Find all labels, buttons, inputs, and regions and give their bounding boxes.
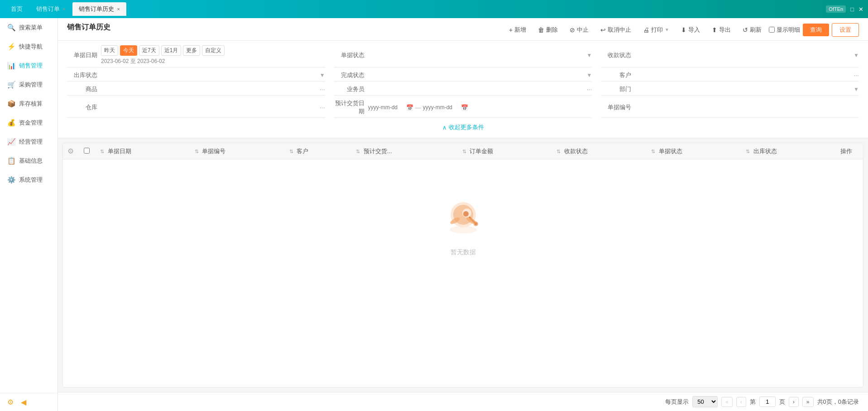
th-order-amount[interactable]: 订单金额 <box>458 143 552 160</box>
quick-nav-icon: ⚡ <box>7 43 15 51</box>
filter-row-2: 出库状态 ▼ 完成状态 ▼ 客户 <box>67 71 859 82</box>
sidebar-collapse-icon[interactable]: ◀ <box>21 398 26 406</box>
expected-date-to[interactable] <box>423 104 459 111</box>
tab-sales-order-history-close[interactable]: × <box>117 6 120 12</box>
main-layout: 🔍 搜索菜单 ⚡ 快捷导航 📊 销售管理 🛒 采购管理 📦 库存核算 💰 资金管… <box>0 18 868 411</box>
content-area: 销售订单历史 + 新增 🗑 删除 ⊘ 中止 <box>58 18 868 411</box>
display-detail-input[interactable] <box>769 27 775 33</box>
import-button[interactable]: ⬇ 导入 <box>676 24 705 36</box>
pagination-last[interactable]: » <box>802 397 814 407</box>
sidebar-item-search-menu[interactable]: 🔍 搜索菜单 <box>0 18 58 37</box>
sidebar-item-purchase-mgmt[interactable]: 🛒 采购管理 <box>0 75 58 94</box>
cancel-stop-label: 取消中止 <box>608 26 631 34</box>
business-mgmt-icon: 📈 <box>7 138 15 146</box>
th-bill-date[interactable]: 单据日期 <box>96 143 190 160</box>
tab-sales-order-history[interactable]: 销售订单历史 × <box>72 2 126 16</box>
refresh-button[interactable]: ↺ 刷新 <box>738 24 766 36</box>
th-bill-no-label: 单据编号 <box>202 148 225 155</box>
bill-number-input[interactable] <box>635 104 859 111</box>
expected-date-from[interactable] <box>368 104 404 111</box>
sidebar-item-quick-nav[interactable]: ⚡ 快捷导航 <box>0 37 58 56</box>
th-payment-status[interactable]: 收款状态 <box>552 143 647 160</box>
payment-status-label: 收款状态 <box>601 51 635 59</box>
query-button[interactable]: 查询 <box>803 24 829 36</box>
bill-number-label: 单据编号 <box>601 103 635 111</box>
salesperson-label: 业务员 <box>334 85 368 93</box>
topbar-close[interactable]: ✕ <box>858 6 863 13</box>
filter-payment-status: 收款状态 ▼ <box>601 45 859 68</box>
pagination-first[interactable]: « <box>721 397 733 407</box>
customer-more-icon[interactable]: ··· <box>854 72 859 79</box>
per-page-select[interactable]: 20 50 100 200 <box>692 396 718 407</box>
collapse-label: 收起更多条件 <box>449 123 484 131</box>
date-content: 昨天 今天 近7天 近1月 更多 自定义 2023-06-02 至 2023-0… <box>101 45 325 65</box>
collapse-row[interactable]: ∧ 收起更多条件 <box>67 121 859 133</box>
tab-sales-order-close[interactable]: × <box>62 6 65 12</box>
table-settings-gear-icon[interactable]: ⚙ <box>67 147 74 155</box>
complete-status-arrow-icon[interactable]: ▼ <box>586 72 592 78</box>
stop-button[interactable]: ⊘ 中止 <box>565 24 593 36</box>
bill-status-label: 单据状态 <box>334 51 368 59</box>
topbar-restore[interactable]: □ <box>850 6 854 13</box>
outbound-status-arrow-icon[interactable]: ▼ <box>320 72 325 78</box>
tab-home[interactable]: 首页 <box>5 2 29 16</box>
payment-status-content: ▼ <box>635 52 859 58</box>
date-custom[interactable]: 自定义 <box>202 45 225 56</box>
filter-outbound-status: 出库状态 ▼ <box>67 71 325 82</box>
expected-date-from-cal-icon[interactable]: 📅 <box>406 104 413 111</box>
table-area: ⚙ 单据日期 单据编号 客户 <box>62 143 863 387</box>
payment-status-arrow-icon[interactable]: ▼ <box>854 52 859 58</box>
date-today[interactable]: 今天 <box>120 45 137 56</box>
salesperson-more-icon[interactable]: ··· <box>587 86 592 93</box>
pagination-prev[interactable]: ‹ <box>736 397 746 407</box>
delete-button[interactable]: 🗑 删除 <box>533 24 562 36</box>
filter-row-1: 单据日期 昨天 今天 近7天 近1月 更多 自定义 2023-06-02 <box>67 45 859 68</box>
sidebar-item-basic-info[interactable]: 📋 基础信息 <box>0 151 58 170</box>
sidebar-item-inventory[interactable]: 📦 库存核算 <box>0 94 58 113</box>
warehouse-label: 仓库 <box>67 103 101 111</box>
date-range-display: 2023-06-02 至 2023-06-02 <box>101 58 325 65</box>
date-sep: — <box>415 104 421 111</box>
display-detail-checkbox[interactable]: 显示明细 <box>769 26 800 34</box>
outbound-status-content: ▼ <box>101 72 325 78</box>
pagination-next[interactable]: › <box>789 397 799 407</box>
svg-point-4 <box>463 211 469 217</box>
export-button[interactable]: ⬆ 导出 <box>707 24 735 36</box>
th-bill-status[interactable]: 单据状态 <box>647 143 741 160</box>
tab-sales-order[interactable]: 销售订单 × <box>30 2 72 16</box>
date-more[interactable]: 更多 <box>183 45 200 56</box>
th-outbound-status[interactable]: 出库状态 <box>741 143 836 160</box>
th-bill-no[interactable]: 单据编号 <box>190 143 285 160</box>
th-customer[interactable]: 客户 <box>285 143 352 160</box>
purchase-mgmt-icon: 🛒 <box>7 81 15 89</box>
bill-status-arrow-icon[interactable]: ▼ <box>586 52 592 58</box>
date-1month[interactable]: 近1月 <box>161 45 182 56</box>
settings-button[interactable]: 设置 <box>832 23 859 37</box>
sidebar-item-capital-mgmt[interactable]: 💰 资金管理 <box>0 113 58 132</box>
sidebar-item-sales-mgmt[interactable]: 📊 销售管理 <box>0 56 58 75</box>
cancel-stop-button[interactable]: ↩ 取消中止 <box>596 24 636 36</box>
display-detail-label: 显示明细 <box>777 26 800 34</box>
customer-label: 客户 <box>601 71 635 79</box>
print-button[interactable]: 🖨 打印 ▼ <box>638 24 674 36</box>
tab-home-label: 首页 <box>11 5 23 13</box>
expected-date-to-cal-icon[interactable]: 📅 <box>461 104 468 111</box>
goods-more-icon[interactable]: ··· <box>320 86 325 93</box>
page-input[interactable] <box>759 396 776 407</box>
date-quick-buttons: 昨天 今天 近7天 近1月 更多 自定义 <box>101 45 325 56</box>
select-all-checkbox[interactable] <box>84 148 90 154</box>
collapse-up-icon: ∧ <box>442 124 447 131</box>
sidebar-item-system-mgmt[interactable]: ⚙️ 系统管理 <box>0 170 58 189</box>
sidebar: 🔍 搜索菜单 ⚡ 快捷导航 📊 销售管理 🛒 采购管理 📦 库存核算 💰 资金管… <box>0 18 58 411</box>
inventory-icon: 📦 <box>7 100 15 108</box>
sidebar-item-business-mgmt-label: 经营管理 <box>19 138 43 146</box>
warehouse-more-icon[interactable]: ··· <box>320 104 325 111</box>
date-7days[interactable]: 近7天 <box>139 45 159 56</box>
sidebar-item-business-mgmt[interactable]: 📈 经营管理 <box>0 132 58 151</box>
date-yesterday[interactable]: 昨天 <box>101 45 118 56</box>
dept-arrow-icon[interactable]: ▼ <box>854 86 859 92</box>
th-expected-delivery[interactable]: 预计交货... <box>351 143 457 160</box>
sidebar-settings-icon[interactable]: ⚙ <box>7 398 14 406</box>
add-button[interactable]: + 新增 <box>504 24 531 36</box>
table-body: 暂无数据 <box>63 160 863 293</box>
